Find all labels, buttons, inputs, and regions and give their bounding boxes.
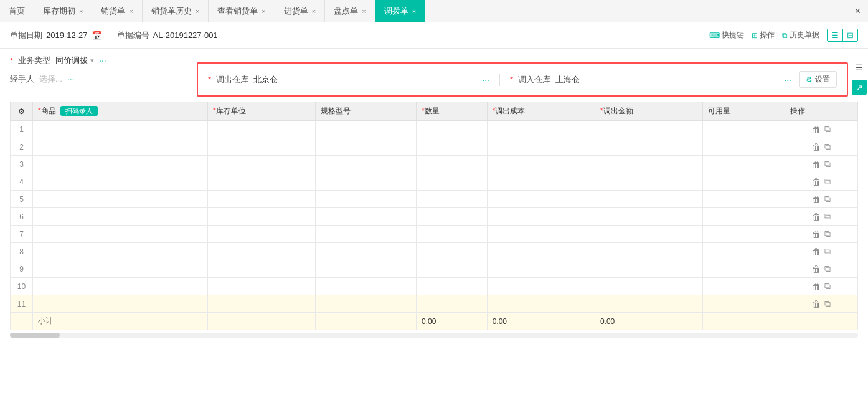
sidebar-export-button[interactable]: ↗: [852, 80, 867, 95]
copy-icon[interactable]: ⧉: [824, 124, 831, 135]
amount-cell[interactable]: [595, 121, 702, 138]
table-scroll[interactable]: ⚙ *商品 扫码录入 *库存单位 规格型号 *数量 *调出成本 *调出金额 可用…: [10, 102, 858, 330]
qty-cell[interactable]: [417, 156, 488, 173]
amount-cell[interactable]: [595, 173, 702, 191]
delete-icon[interactable]: 🗑: [812, 299, 821, 309]
sidebar-list-button[interactable]: ☰: [852, 60, 867, 75]
copy-icon[interactable]: ⧉: [824, 176, 831, 187]
spec-cell[interactable]: [316, 278, 417, 295]
unit-cell[interactable]: [208, 295, 316, 313]
qty-cell[interactable]: [417, 243, 488, 260]
list-view-button[interactable]: ☰: [828, 29, 843, 41]
shortcuts-button[interactable]: ⌨ 快捷键: [709, 30, 744, 40]
unit-cell[interactable]: [208, 191, 316, 208]
tab-sales-history[interactable]: 销货单历史 ×: [143, 0, 209, 22]
unit-cell[interactable]: [208, 226, 316, 243]
business-type-more[interactable]: ···: [99, 55, 106, 65]
product-cell[interactable]: [33, 295, 208, 313]
delete-icon[interactable]: 🗑: [812, 142, 821, 152]
copy-icon[interactable]: ⧉: [824, 298, 831, 309]
amount-cell[interactable]: [595, 156, 702, 173]
qty-cell[interactable]: [417, 121, 488, 138]
cost-cell[interactable]: [487, 260, 595, 278]
qty-cell[interactable]: [417, 260, 488, 278]
spec-cell[interactable]: [316, 156, 417, 173]
product-cell[interactable]: [33, 226, 208, 243]
delete-icon[interactable]: 🗑: [812, 247, 821, 257]
product-cell[interactable]: [33, 173, 208, 191]
cost-cell[interactable]: [487, 173, 595, 191]
unit-cell[interactable]: [208, 208, 316, 226]
delete-icon[interactable]: 🗑: [812, 194, 821, 204]
tab-home[interactable]: 首页: [0, 0, 34, 22]
amount-cell[interactable]: [595, 295, 702, 313]
close-sales-order[interactable]: ×: [129, 7, 133, 15]
amount-cell[interactable]: [595, 226, 702, 243]
close-sales-history[interactable]: ×: [196, 7, 199, 15]
tab-purchase[interactable]: 进货单 ×: [275, 0, 325, 22]
close-purchase[interactable]: ×: [312, 7, 316, 15]
cost-cell[interactable]: [487, 295, 595, 313]
out-warehouse-more[interactable]: ···: [482, 75, 489, 85]
delete-icon[interactable]: 🗑: [812, 264, 821, 274]
qty-cell[interactable]: [417, 191, 488, 208]
tab-view-sales[interactable]: 查看销货单 ×: [209, 0, 275, 22]
cost-cell[interactable]: [487, 278, 595, 295]
delete-icon[interactable]: 🗑: [812, 212, 821, 222]
delete-icon[interactable]: 🗑: [812, 229, 821, 239]
spec-cell[interactable]: [316, 295, 417, 313]
tab-sales-order[interactable]: 销货单 ×: [92, 0, 142, 22]
product-cell[interactable]: [33, 121, 208, 138]
tab-inventory-check[interactable]: 盘点单 ×: [325, 0, 375, 22]
handler-select[interactable]: 选择...: [39, 74, 62, 85]
qty-cell[interactable]: [417, 138, 488, 156]
qty-cell[interactable]: [417, 173, 488, 191]
delete-icon[interactable]: 🗑: [812, 125, 821, 135]
amount-cell[interactable]: [595, 243, 702, 260]
th-gear[interactable]: ⚙: [11, 102, 33, 121]
copy-icon[interactable]: ⧉: [824, 141, 831, 152]
qty-cell[interactable]: [417, 208, 488, 226]
delete-icon[interactable]: 🗑: [812, 159, 821, 169]
unit-cell[interactable]: [208, 243, 316, 260]
qty-cell[interactable]: [417, 278, 488, 295]
cost-cell[interactable]: [487, 138, 595, 156]
product-cell[interactable]: [33, 208, 208, 226]
product-cell[interactable]: [33, 138, 208, 156]
amount-cell[interactable]: [595, 191, 702, 208]
unit-cell[interactable]: [208, 173, 316, 191]
spec-cell[interactable]: [316, 260, 417, 278]
close-view-sales[interactable]: ×: [262, 7, 265, 15]
copy-icon[interactable]: ⧉: [824, 264, 831, 274]
amount-cell[interactable]: [595, 278, 702, 295]
unit-cell[interactable]: [208, 278, 316, 295]
delete-icon[interactable]: 🗑: [812, 177, 821, 187]
cost-cell[interactable]: [487, 156, 595, 173]
scan-button[interactable]: 扫码录入: [60, 106, 98, 116]
spec-cell[interactable]: [316, 191, 417, 208]
close-transfer[interactable]: ×: [412, 7, 416, 15]
spec-cell[interactable]: [316, 173, 417, 191]
copy-icon[interactable]: ⧉: [824, 211, 831, 222]
product-cell[interactable]: [33, 191, 208, 208]
copy-icon[interactable]: ⧉: [824, 159, 831, 169]
horizontal-scrollbar[interactable]: [10, 333, 858, 338]
copy-icon[interactable]: ⧉: [824, 194, 831, 204]
spec-cell[interactable]: [316, 226, 417, 243]
product-cell[interactable]: [33, 278, 208, 295]
close-inventory-check[interactable]: ×: [362, 7, 366, 15]
cost-cell[interactable]: [487, 208, 595, 226]
copy-icon[interactable]: ⧉: [824, 281, 831, 292]
tab-transfer[interactable]: 调拨单 ×: [375, 0, 425, 22]
in-warehouse-more[interactable]: ···: [784, 75, 791, 85]
product-cell[interactable]: [33, 243, 208, 260]
product-cell[interactable]: [33, 156, 208, 173]
unit-cell[interactable]: [208, 156, 316, 173]
cost-cell[interactable]: [487, 121, 595, 138]
unit-cell[interactable]: [208, 138, 316, 156]
unit-cell[interactable]: [208, 260, 316, 278]
tab-inventory-init[interactable]: 库存期初 ×: [34, 0, 92, 22]
qty-cell[interactable]: [417, 295, 488, 313]
operations-button[interactable]: ⊞ 操作: [752, 30, 775, 40]
qty-cell[interactable]: [417, 226, 488, 243]
